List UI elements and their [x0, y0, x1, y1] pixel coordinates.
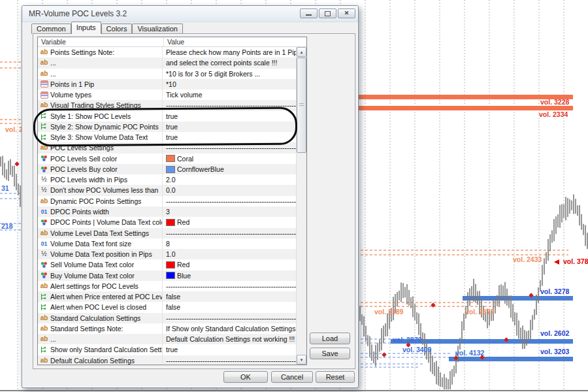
param-value[interactable]: Blue: [177, 270, 191, 281]
param-type-color-icon: [40, 166, 48, 173]
param-value[interactable]: ----------------------------------------…: [166, 281, 297, 291]
load-button[interactable]: Load: [310, 333, 350, 344]
table-row[interactable]: Style 1: Show POC Levelstrue: [38, 111, 297, 122]
param-value[interactable]: 8: [166, 238, 170, 249]
param-value[interactable]: Default Calculation Settings not working…: [166, 334, 295, 344]
param-type-dbl-icon: ½: [40, 185, 48, 195]
volume-label: vol. 3228: [540, 98, 570, 106]
param-value[interactable]: If Show only Standard Calculation Settin…: [166, 323, 297, 334]
param-value[interactable]: *10 is for 3 or 5 digit Brokers ...: [166, 69, 260, 79]
column-header-value[interactable]: Value: [164, 37, 306, 46]
restore-button[interactable]: [319, 8, 336, 18]
tab-strip: CommonInputsColorsVisualization: [31, 22, 183, 34]
save-button[interactable]: Save: [310, 348, 350, 359]
table-row[interactable]: Buy Volume Data Text colorBlue: [38, 270, 297, 281]
table-row[interactable]: Alert when Price entered at POC Levelfal…: [38, 291, 297, 302]
param-type-bool-icon: [40, 123, 48, 130]
table-row[interactable]: abStandard Calculation Settings---------…: [38, 313, 297, 323]
parameters-table: Variable Value abPoints Settings Note:Pl…: [37, 37, 307, 365]
minimize-button[interactable]: [300, 8, 318, 18]
param-value[interactable]: Please check how many Points are in 1 Pi…: [166, 47, 297, 57]
table-row[interactable]: abVolume Level Data Text Settings-------…: [38, 228, 297, 238]
table-row[interactable]: 01Volume Data Text font size8: [38, 238, 297, 249]
table-row[interactable]: ab...and select the correct points scale…: [38, 57, 297, 68]
window-titlebar[interactable]: MR-Volume POC Levels 3.2 ✕: [22, 6, 358, 22]
param-value[interactable]: CornflowerBlue: [177, 164, 224, 174]
param-value[interactable]: true: [166, 132, 178, 142]
param-value[interactable]: Coral: [177, 154, 193, 164]
table-row[interactable]: 01DPOC Points width3: [38, 206, 297, 217]
tab-common[interactable]: Common: [31, 24, 71, 34]
table-row[interactable]: abPOC Levels Settings-------------------…: [38, 142, 297, 153]
ok-button[interactable]: OK: [223, 371, 268, 383]
table-row[interactable]: abVisual Trading Styles Settings--------…: [38, 100, 297, 110]
table-row[interactable]: Volume typesTick volume: [38, 90, 297, 100]
param-value[interactable]: ----------------------------------------…: [166, 313, 297, 323]
param-type-ab-icon: ab: [40, 313, 48, 323]
table-row[interactable]: ab...Default Calculation Settings not wo…: [38, 334, 297, 344]
table-row[interactable]: Style 2: Show Dynamic POC Pointstrue: [38, 122, 297, 132]
tab-inputs[interactable]: Inputs: [71, 22, 101, 34]
param-type-ab-icon: ab: [40, 100, 48, 110]
tab-visualization[interactable]: Visualization: [132, 24, 183, 34]
param-value[interactable]: 2.0: [166, 174, 176, 185]
param-value[interactable]: false: [166, 302, 180, 312]
volume-label: vol. 2433: [513, 255, 542, 263]
cancel-button[interactable]: Cancel: [271, 371, 313, 383]
table-row[interactable]: abAlert settings for POC Levels---------…: [38, 281, 297, 291]
table-row[interactable]: ab...*10 is for 3 or 5 digit Brokers ...: [38, 69, 297, 79]
table-row[interactable]: ½Don't show POC Volumes less than0.0: [38, 185, 297, 195]
param-value[interactable]: 0.0: [166, 185, 176, 195]
dpoc-point-marker: [14, 161, 19, 166]
color-swatch: [166, 155, 175, 162]
param-value[interactable]: Red: [177, 217, 189, 227]
table-row[interactable]: Alert when POC Level is closedfalse: [38, 302, 297, 312]
scroll-up-button[interactable]: ▲: [297, 47, 306, 57]
param-type-color-icon: [40, 155, 48, 162]
restore-icon: [325, 11, 331, 16]
table-row[interactable]: POC Levels Sell colorCoral: [38, 154, 297, 164]
param-value[interactable]: ----------------------------------------…: [166, 142, 297, 153]
scroll-down-button[interactable]: ▼: [297, 355, 306, 365]
param-value[interactable]: Red: [177, 259, 189, 270]
table-row[interactable]: abDefault Calculation Settings----------…: [38, 355, 297, 365]
param-name: Default Calculation Settings: [50, 355, 135, 365]
column-header-variable[interactable]: Variable: [38, 37, 164, 46]
table-row[interactable]: ½POC Levels width in Pips2.0: [38, 174, 297, 185]
param-value[interactable]: false: [166, 291, 180, 302]
param-value[interactable]: 3: [166, 206, 170, 217]
param-value[interactable]: Tick volume: [166, 90, 203, 100]
table-row[interactable]: abPoints Settings Note:Please check how …: [38, 47, 297, 57]
param-value[interactable]: ----------------------------------------…: [166, 196, 297, 206]
param-value[interactable]: true: [166, 122, 178, 132]
close-button[interactable]: ✕: [338, 8, 355, 18]
param-value[interactable]: true: [166, 111, 178, 122]
window-title: MR-Volume POC Levels 3.2: [29, 9, 127, 18]
volume-label: vol. 4132: [455, 349, 485, 357]
table-row[interactable]: Show only Standard Calculation Settingst…: [38, 344, 297, 355]
table-row[interactable]: ½Volume Data Text position in Pips1.0: [38, 249, 297, 259]
param-name: Style 1: Show POC Levels: [50, 111, 131, 122]
volume-label: vol. 3409: [402, 346, 432, 353]
param-name: POC Levels width in Pips: [50, 174, 127, 185]
table-row[interactable]: Points in 1 Pip*10: [38, 79, 297, 90]
scroll-thumb[interactable]: [297, 57, 306, 153]
table-row[interactable]: Sell Volume Data Text colorRed: [38, 259, 297, 270]
param-value[interactable]: ----------------------------------------…: [166, 355, 297, 365]
param-type-int-icon: 01: [40, 238, 48, 249]
table-row[interactable]: Style 3: Show Volume Data Texttrue: [38, 132, 297, 142]
table-row[interactable]: abStandard Settings Note:If Show only St…: [38, 323, 297, 334]
param-name: Points Settings Note:: [50, 47, 114, 57]
param-value[interactable]: and select the correct points scale !!!: [166, 57, 277, 68]
param-value[interactable]: *10: [166, 79, 176, 90]
table-row[interactable]: DPOC Points | Volume Data Text colorRed: [38, 217, 297, 227]
table-scrollbar[interactable]: ▲ ▼: [296, 47, 306, 365]
table-row[interactable]: POC Levels Buy colorCornflowerBlue: [38, 164, 297, 174]
param-value[interactable]: ----------------------------------------…: [166, 228, 297, 238]
param-value[interactable]: true: [166, 344, 178, 355]
reset-button[interactable]: Reset: [316, 371, 355, 383]
param-value[interactable]: 1.0: [166, 249, 176, 259]
param-value[interactable]: ----------------------------------------…: [166, 100, 297, 110]
tab-colors[interactable]: Colors: [101, 24, 133, 34]
table-row[interactable]: abDynamic POC Points Settings-----------…: [38, 196, 297, 206]
